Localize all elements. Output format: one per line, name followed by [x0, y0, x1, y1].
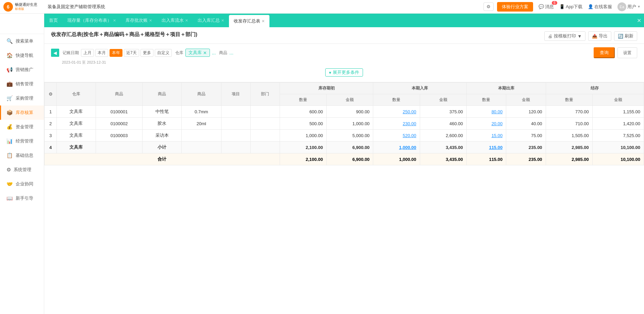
close-icon[interactable]: ✕: [262, 19, 265, 23]
collapse-btn[interactable]: ◀: [51, 49, 59, 57]
row-in-qty-link[interactable]: 1,000.00: [399, 145, 416, 150]
settings-button[interactable]: 设置: [617, 47, 637, 58]
sidebar-item-operations[interactable]: 📊 经营管理: [0, 134, 44, 148]
tab-home[interactable]: 首页: [44, 14, 63, 27]
date-btn-this-year[interactable]: 本年: [110, 49, 122, 57]
close-icon[interactable]: ✕: [113, 18, 116, 23]
remove-warehouse-icon[interactable]: ✕: [203, 50, 207, 55]
briefcase-icon: 💼: [6, 81, 13, 87]
row-in-qty[interactable]: 230.00: [373, 118, 420, 130]
settings-icon[interactable]: ⚙: [49, 92, 53, 97]
close-icon[interactable]: ✕: [221, 18, 224, 23]
sidebar-item-marketing[interactable]: 📢 营销推广: [0, 63, 44, 77]
app-download-action[interactable]: 📱 App下载: [559, 4, 582, 10]
try-button[interactable]: 体验行业方案: [497, 2, 533, 12]
row-out-qty-link[interactable]: 15.00: [492, 133, 503, 138]
row-dept: [250, 142, 280, 153]
sidebar-item-shortcut[interactable]: 🏠 快捷导航: [0, 48, 44, 63]
product-ellipsis[interactable]: ...: [229, 50, 233, 55]
row-bal-qty: 710.00: [546, 118, 592, 130]
row-in-qty[interactable]: 250.00: [373, 106, 420, 118]
sidebar-item-guide[interactable]: 📖 新手引导: [0, 191, 44, 205]
date-btn-more[interactable]: 更多: [141, 49, 153, 57]
row-out-qty[interactable]: 80.00: [466, 106, 506, 118]
export-label: 导出: [599, 33, 608, 39]
tab-recv-send[interactable]: 收发存汇总表 ✕: [229, 15, 269, 27]
row-out-qty[interactable]: 15.00: [466, 130, 506, 142]
user-action[interactable]: Ea 用户 ▼: [617, 2, 641, 11]
sidebar-item-collab[interactable]: 🤝 企业协同: [0, 177, 44, 191]
sidebar-item-purchase[interactable]: 🛒 采购管理: [0, 91, 44, 105]
megaphone-icon: 📢: [6, 67, 13, 73]
sidebar-item-system[interactable]: ⚙ 系统管理: [0, 163, 44, 177]
tab-batch[interactable]: 库存批次账 ✕: [121, 14, 157, 27]
row-in-qty[interactable]: 520.00: [373, 130, 420, 142]
footer-bal-qty: 2,985.00: [546, 153, 592, 165]
message-action[interactable]: 💬 消息 6: [539, 4, 554, 10]
row-out-qty-link[interactable]: 115.00: [489, 145, 502, 150]
gear-button[interactable]: ⚙: [483, 2, 494, 11]
row-out-qty-link[interactable]: 20.00: [492, 121, 503, 126]
col-bal-header: 结存: [546, 83, 644, 94]
row-open-qty: 500.00: [280, 118, 326, 130]
service-icon: 👤: [588, 4, 593, 9]
tab-flow[interactable]: 出入库流水 ✕: [157, 14, 193, 27]
row-out-qty-link[interactable]: 80.00: [492, 109, 503, 114]
close-icon[interactable]: ✕: [185, 18, 188, 23]
sidebar-item-finance[interactable]: 💰 资金管理: [0, 120, 44, 134]
cart-icon: 🛒: [6, 95, 13, 101]
row-no: 1: [45, 106, 57, 118]
row-code: 0100001: [96, 106, 142, 118]
refresh-label: 刷新: [625, 33, 633, 39]
row-bal-amt: 1,420.00: [592, 118, 644, 130]
logo-badge: 标准版: [15, 7, 37, 11]
row-spec: 0.7mm: [182, 106, 221, 118]
footer-out-qty: 115.00: [466, 153, 506, 165]
date-btn-this-month[interactable]: 本月: [95, 49, 108, 57]
refresh-button[interactable]: 🔄 刷新: [614, 31, 637, 41]
footer-open-qty: 2,100.00: [280, 153, 326, 165]
print-button[interactable]: 🖨 按模板打印 ▼: [544, 31, 585, 41]
expand-more-btn[interactable]: ▾ 展开更多条件: [325, 68, 363, 77]
close-all-icon[interactable]: ✕: [637, 17, 641, 24]
sidebar-item-inventory[interactable]: 📦 库存核算: [0, 105, 44, 120]
row-open-qty: 2,100.00: [280, 142, 326, 153]
close-icon[interactable]: ✕: [149, 18, 152, 23]
row-in-amt: 460.00: [420, 118, 466, 130]
page-header: 收发存汇总表(按仓库＋商品编码＋商品＋规格型号＋项目＋部门) 🖨 按模板打印 ▼…: [44, 27, 644, 44]
date-btn-custom[interactable]: 自定义: [155, 49, 172, 57]
sidebar-item-label: 系统管理: [14, 167, 31, 173]
sidebar-item-sales[interactable]: 💼 销售管理: [0, 77, 44, 91]
avatar: Ea: [617, 2, 626, 11]
row-in-qty-link[interactable]: 250.00: [403, 109, 416, 114]
row-in-qty-link[interactable]: 230.00: [403, 121, 416, 126]
message-badge: 6: [552, 1, 557, 5]
tab-inventory-dist[interactable]: 现存量（库存分布表） ✕: [63, 14, 121, 27]
tab-summary[interactable]: 出入库汇总 ✕: [193, 14, 229, 27]
col-out-qty-header: 数量: [466, 94, 506, 106]
warehouse-tag[interactable]: 文具库 ✕: [185, 49, 210, 57]
col-code-header: 商品: [96, 83, 142, 106]
table-row: 3文具库0100003采访本1,000.005,000.00520.002,60…: [45, 130, 644, 142]
sidebar-item-basic-info[interactable]: 📋 基础信息: [0, 148, 44, 163]
warehouse-tag-text: 文具库: [188, 50, 202, 56]
search-icon: 🔍: [6, 38, 13, 44]
sidebar-item-label: 采购管理: [16, 95, 33, 101]
row-out-qty[interactable]: 115.00: [466, 142, 506, 153]
row-in-qty-link[interactable]: 520.00: [403, 133, 416, 138]
row-name: 胶水: [143, 118, 182, 130]
warehouse-ellipsis[interactable]: ...: [212, 50, 216, 55]
date-btn-last-month[interactable]: 上月: [81, 49, 94, 57]
logo-area: 6 畅捷通好生意 标准版: [3, 2, 48, 12]
sidebar-item-label: 营销推广: [16, 67, 33, 73]
sidebar-logo: [0, 14, 44, 34]
money-icon: 💰: [6, 124, 13, 130]
date-btn-7days[interactable]: 近7天: [124, 49, 139, 57]
row-in-qty[interactable]: 1,000.00: [373, 142, 420, 153]
online-service-action[interactable]: 👤 在线客服: [588, 4, 612, 10]
sidebar-item-search[interactable]: 🔍 搜索菜单: [0, 34, 44, 48]
col-settings-header[interactable]: ⚙: [45, 83, 57, 106]
export-button[interactable]: 📤 导出: [588, 31, 611, 41]
query-button[interactable]: 查询: [594, 47, 615, 58]
row-out-qty[interactable]: 20.00: [466, 118, 506, 130]
